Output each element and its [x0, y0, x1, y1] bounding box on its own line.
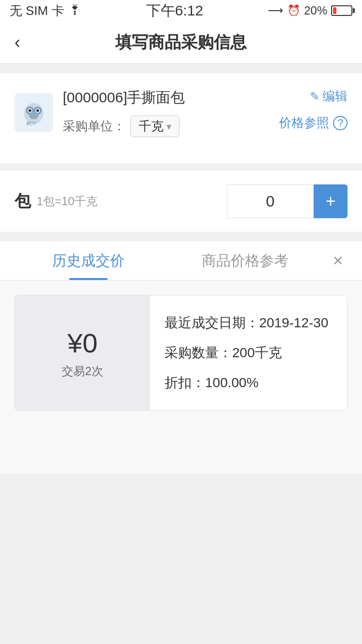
history-price: ¥0 — [68, 327, 97, 359]
battery-percent: 20% — [304, 4, 327, 17]
status-left: 无 SIM 卡 — [10, 2, 82, 19]
tab-price-reference[interactable]: 商品价格参考 — [167, 241, 323, 280]
edit-button[interactable]: ✎ 编辑 — [310, 88, 348, 105]
product-name-text: 手撕面包 — [127, 89, 185, 105]
time-display: 下午6:12 — [146, 1, 203, 21]
status-right: ⟶ ⏰ 20% — [268, 4, 352, 17]
product-id: [0000006] — [63, 89, 127, 105]
history-trades: 交易2次 — [62, 364, 103, 379]
discount-value: 100.00% — [205, 375, 259, 390]
section-divider — [0, 163, 362, 171]
product-left: 鲜汁 [0000006]手撕面包 采购单位： 千克 ▾ — [14, 88, 185, 137]
discount-label: 折扣： — [165, 375, 205, 390]
brand-logo-svg: 鲜汁 — [19, 98, 48, 127]
price-ref-label: 价格参照 — [279, 114, 329, 131]
alarm-icon: ⏰ — [287, 4, 300, 17]
price-value: 0 — [83, 328, 97, 358]
status-bar: 无 SIM 卡 下午6:12 ⟶ ⏰ 20% — [0, 0, 362, 21]
quantity-detail-label: 采购数量： — [165, 345, 232, 360]
quantity-label: 包 1包=10千克 — [14, 190, 97, 212]
price-ref-button[interactable]: 价格参照 ? — [279, 114, 348, 131]
battery-fill — [333, 7, 336, 14]
quantity-input-area: + — [227, 184, 348, 218]
history-card-left: ¥0 交易2次 — [15, 295, 150, 410]
quantity-row: 包 1包=10千克 + — [0, 171, 362, 232]
unit-conversion: 1包=10千克 — [37, 194, 97, 209]
product-name: [0000006]手撕面包 — [63, 88, 185, 108]
history-content: ¥0 交易2次 最近成交日期：2019-12-30 采购数量：200千克 折扣：… — [0, 280, 362, 474]
currency-symbol: ¥ — [68, 328, 83, 358]
help-icon: ? — [333, 116, 348, 130]
svg-point-0 — [74, 13, 76, 15]
discount-row: 折扣：100.00% — [165, 373, 333, 393]
product-header: 鲜汁 [0000006]手撕面包 采购单位： 千克 ▾ ✎ 编辑 — [14, 88, 348, 137]
recent-date-row: 最近成交日期：2019-12-30 — [165, 313, 333, 333]
nav-bar: ‹ 填写商品采购信息 — [0, 21, 362, 64]
carrier-text: 无 SIM 卡 — [10, 2, 64, 19]
quantity-detail-value: 200千克 — [232, 345, 282, 360]
wifi-icon — [68, 3, 82, 18]
location-icon: ⟶ — [268, 4, 283, 17]
tab-history-price[interactable]: 历史成交价 — [10, 241, 167, 280]
unit-selector[interactable]: 千克 ▾ — [130, 115, 180, 137]
quantity-plus-button[interactable]: + — [314, 184, 348, 218]
product-info: [0000006]手撕面包 采购单位： 千克 ▾ — [63, 88, 185, 137]
back-button[interactable]: ‹ — [10, 28, 25, 57]
svg-point-6 — [28, 109, 31, 112]
recent-date-value: 2019-12-30 — [259, 315, 328, 330]
product-unit-row: 采购单位： 千克 ▾ — [63, 115, 185, 137]
history-card-right: 最近成交日期：2019-12-30 采购数量：200千克 折扣：100.00% — [150, 295, 347, 410]
unit-value: 千克 — [139, 118, 164, 135]
quantity-row-detail: 采购数量：200千克 — [165, 343, 333, 363]
page-title: 填写商品采购信息 — [115, 31, 247, 54]
unit-big: 包 — [14, 190, 31, 212]
unit-label: 采购单位： — [63, 118, 125, 135]
edit-label: 编辑 — [322, 88, 348, 105]
chevron-down-icon: ▾ — [167, 121, 171, 132]
recent-date-label: 最近成交日期： — [165, 315, 259, 330]
tab-bar: 历史成交价 商品价格参考 × — [0, 241, 362, 280]
tab-close-button[interactable]: × — [323, 246, 352, 275]
svg-point-7 — [36, 109, 39, 112]
product-actions: ✎ 编辑 价格参照 ? — [279, 88, 348, 131]
product-logo: 鲜汁 — [14, 93, 53, 132]
svg-text:鲜汁: 鲜汁 — [26, 121, 36, 126]
quantity-input[interactable] — [227, 184, 314, 218]
battery-icon — [331, 5, 352, 16]
tab-history-label: 历史成交价 — [52, 251, 125, 271]
tab-price-ref-label: 商品价格参考 — [202, 251, 289, 271]
edit-icon: ✎ — [310, 90, 320, 103]
history-card: ¥0 交易2次 最近成交日期：2019-12-30 采购数量：200千克 折扣：… — [14, 295, 348, 411]
product-card: 鲜汁 [0000006]手撕面包 采购单位： 千克 ▾ ✎ 编辑 — [0, 73, 362, 163]
